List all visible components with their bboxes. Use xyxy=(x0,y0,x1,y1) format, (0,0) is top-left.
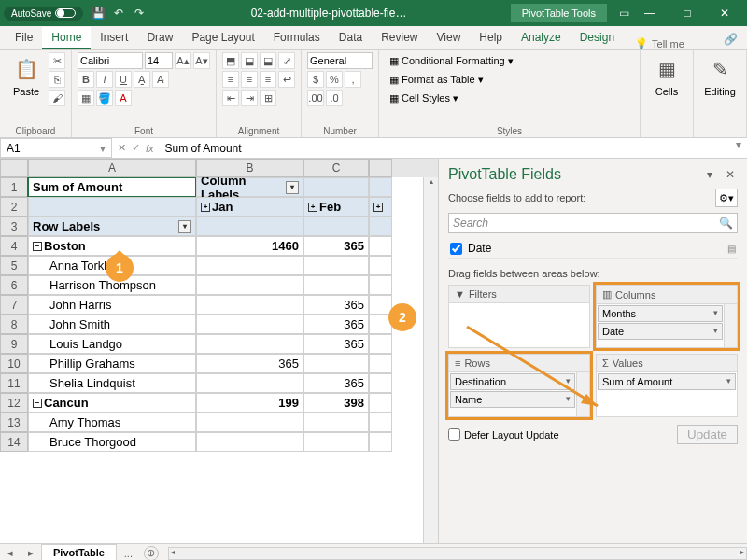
expand-icon[interactable]: + xyxy=(201,203,210,212)
cell[interactable]: Sum of Amount xyxy=(28,177,196,197)
cell[interactable]: Louis Landgo xyxy=(28,334,196,354)
redo-icon[interactable]: ↷ xyxy=(132,6,147,21)
cell[interactable] xyxy=(196,373,303,393)
cell[interactable]: Shelia Lindquist xyxy=(28,373,196,393)
area-field[interactable]: Destination▾ xyxy=(450,373,575,390)
update-button[interactable]: Update xyxy=(677,425,738,444)
field-menu-icon[interactable]: ▤ xyxy=(727,244,736,254)
area-values[interactable]: ΣValues Sum of Amount▾ xyxy=(596,354,738,417)
bold-icon[interactable]: B xyxy=(78,71,94,88)
field-date[interactable]: Date ▤ xyxy=(448,239,738,259)
cell[interactable]: 365 xyxy=(303,295,369,315)
fill-color-icon[interactable]: 🪣 xyxy=(96,90,113,106)
filter-dropdown-icon[interactable]: ▾ xyxy=(286,181,299,194)
cell[interactable]: 199 xyxy=(196,393,303,413)
ribbon-display-icon[interactable]: ▭ xyxy=(616,6,631,21)
column-header-c[interactable]: C xyxy=(303,159,369,177)
cell[interactable]: 398 xyxy=(303,393,369,413)
cell[interactable] xyxy=(196,334,303,354)
cell[interactable]: Amy Thomas xyxy=(28,413,196,432)
cell[interactable] xyxy=(369,217,392,236)
copy-icon[interactable]: ⎘ xyxy=(49,71,65,88)
cell[interactable]: 365 xyxy=(303,236,369,256)
tab-insert[interactable]: Insert xyxy=(91,27,137,49)
tab-help[interactable]: Help xyxy=(470,27,512,49)
maximize-button[interactable]: □ xyxy=(669,0,706,26)
cell[interactable]: +Feb xyxy=(303,197,369,217)
expand-icon[interactable]: + xyxy=(374,203,383,212)
cell[interactable] xyxy=(369,256,392,275)
cells-button[interactable]: ▦ Cells xyxy=(646,52,687,99)
italic-icon[interactable]: I xyxy=(96,71,113,88)
cell[interactable] xyxy=(369,334,392,354)
close-pane-icon[interactable]: ✕ xyxy=(723,167,738,182)
area-field[interactable]: Sum of Amount▾ xyxy=(598,373,736,390)
orientation-icon[interactable]: ⤢ xyxy=(278,52,295,69)
increase-font-icon[interactable]: A▴ xyxy=(175,52,191,69)
chevron-down-icon[interactable]: ▾ xyxy=(566,394,571,405)
cell[interactable] xyxy=(303,275,369,295)
column-header-a[interactable]: A xyxy=(28,159,196,177)
cell[interactable] xyxy=(196,217,303,236)
cell[interactable] xyxy=(369,354,392,373)
chevron-down-icon[interactable]: ▾ xyxy=(566,376,571,387)
cell[interactable]: 365 xyxy=(196,354,303,373)
close-button[interactable]: ✕ xyxy=(706,0,743,26)
align-bottom-icon[interactable]: ⬓ xyxy=(260,52,276,69)
sheet-tabs-more[interactable]: ... xyxy=(117,546,140,561)
rows-scrollbar[interactable] xyxy=(576,372,589,416)
conditional-formatting-button[interactable]: ▦Conditional Formatting ▾ xyxy=(385,52,518,69)
row-header[interactable]: 4 xyxy=(0,236,28,256)
format-as-table-button[interactable]: ▦Format as Table ▾ xyxy=(385,71,488,88)
tab-view[interactable]: View xyxy=(428,27,471,49)
number-format[interactable] xyxy=(307,52,373,69)
decrease-decimal-icon[interactable]: .0 xyxy=(326,90,343,106)
name-box[interactable]: A1▾ xyxy=(0,138,112,158)
tab-page-layout[interactable]: Page Layout xyxy=(182,27,263,49)
cell[interactable]: Row Labels▾ xyxy=(28,217,196,236)
tab-home[interactable]: Home xyxy=(42,27,91,49)
row-header[interactable]: 3 xyxy=(0,217,28,236)
decrease-indent-icon[interactable]: ⇤ xyxy=(222,90,239,106)
tab-file[interactable]: File xyxy=(6,27,42,49)
columns-scrollbar[interactable] xyxy=(724,304,737,347)
tab-formulas[interactable]: Formulas xyxy=(264,27,330,49)
area-columns[interactable]: ▥Columns Months▾Date▾ xyxy=(596,285,738,348)
pane-dropdown-icon[interactable]: ▾ xyxy=(702,167,717,182)
save-icon[interactable]: 💾 xyxy=(91,6,106,21)
increase-indent-icon[interactable]: ⇥ xyxy=(241,90,258,106)
cell[interactable]: 365 xyxy=(303,334,369,354)
chevron-down-icon[interactable]: ▾ xyxy=(713,308,718,319)
cell[interactable] xyxy=(196,413,303,432)
fx-icon[interactable]: fx xyxy=(146,143,154,154)
chevron-down-icon[interactable]: ▾ xyxy=(713,326,718,337)
merge-icon[interactable]: ⊞ xyxy=(260,90,276,106)
row-header[interactable]: 7 xyxy=(0,295,28,315)
row-header[interactable]: 11 xyxy=(0,373,28,393)
cancel-formula-icon[interactable]: ✕ xyxy=(118,142,126,154)
cell[interactable] xyxy=(369,432,392,452)
cell[interactable]: 1460 xyxy=(196,236,303,256)
align-right-icon[interactable]: ≡ xyxy=(260,71,276,88)
cell[interactable]: 365 xyxy=(303,373,369,393)
cell[interactable] xyxy=(369,413,392,432)
cell[interactable] xyxy=(303,217,369,236)
decrease-font-icon[interactable]: A▾ xyxy=(193,52,210,69)
column-header-d[interactable] xyxy=(369,159,392,177)
percent-icon[interactable]: % xyxy=(326,71,343,88)
underline-icon[interactable]: U xyxy=(115,71,132,88)
cell[interactable] xyxy=(369,177,392,197)
row-header[interactable]: 8 xyxy=(0,315,28,334)
row-header[interactable]: 9 xyxy=(0,334,28,354)
tab-analyze[interactable]: Analyze xyxy=(512,27,571,49)
row-header[interactable]: 5 xyxy=(0,256,28,275)
field-search-input[interactable]: Search 🔍 xyxy=(448,213,738,233)
cell[interactable]: +Jan xyxy=(196,197,303,217)
align-middle-icon[interactable]: ⬓ xyxy=(241,52,258,69)
cell[interactable] xyxy=(369,275,392,295)
tab-review[interactable]: Review xyxy=(372,27,427,49)
area-filters[interactable]: ▼Filters xyxy=(448,285,590,348)
share-button[interactable]: 🔗 xyxy=(714,29,747,49)
font-color-icon[interactable]: A xyxy=(115,90,132,106)
row-header[interactable]: 10 xyxy=(0,354,28,373)
